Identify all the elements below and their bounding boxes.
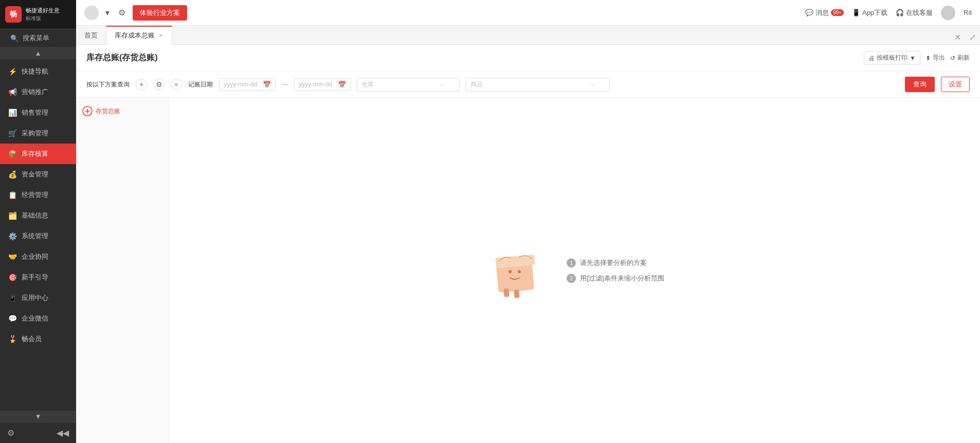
tip-number-1: 1 <box>567 258 576 268</box>
export-icon: ⬆ <box>925 55 931 62</box>
tab-home-label: 首页 <box>84 31 98 39</box>
add-icon: + <box>139 80 143 88</box>
search-label: 搜索菜单 <box>23 33 49 43</box>
calendar-start-icon: 📅 <box>263 81 271 88</box>
tab-home[interactable]: 首页 <box>76 27 106 44</box>
sidebar-item-label: 销售管理 <box>22 108 48 117</box>
empty-state: 1 请先选择要分析的方案 2 用[过滤]条件来缩小分析范围 <box>169 98 980 443</box>
basic-icon: 🗂️ <box>7 210 17 221</box>
panel-close-btn[interactable]: ✕ <box>950 30 965 44</box>
filter-settings-btn[interactable]: ⚙ <box>153 79 165 90</box>
sidebar-item-label: 资金管理 <box>22 170 48 179</box>
settings-action-btn[interactable]: 设置 <box>941 77 970 92</box>
sidebar-item-label: 畅会员 <box>22 334 42 344</box>
user-avatar-right[interactable] <box>941 6 955 20</box>
topbar-settings-btn[interactable]: ⚙ <box>116 6 128 20</box>
print-btn[interactable]: 🖨 按模板打印 ▼ <box>864 51 920 65</box>
collapse-icon: « <box>175 81 178 88</box>
sidebar-item-wechat[interactable]: 💬 企业微信 <box>0 308 76 329</box>
sidebar-item-member[interactable]: 🎖️ 畅会员 <box>0 329 76 349</box>
footer-settings-icon[interactable]: ⚙ <box>7 428 14 438</box>
sidebar-item-label: 营销推广 <box>22 87 48 97</box>
filter-scheme-label: 按以下方案查询 <box>86 80 130 89</box>
empty-svg <box>484 240 546 302</box>
filter-collapse-btn[interactable]: « <box>171 79 182 90</box>
app-sub: 标准版 <box>26 15 60 22</box>
sidebar-item-label: 应用中心 <box>22 293 48 303</box>
messages-btn[interactable]: 💬 消息 99+ <box>805 8 844 17</box>
tab-inventory-ledger[interactable]: 库存成本总账 × <box>106 26 172 45</box>
filter-add-btn[interactable]: + <box>136 79 147 90</box>
tab-close-btn[interactable]: × <box>158 32 164 39</box>
sidebar-item-operation[interactable]: 📋 经营管理 <box>0 185 76 205</box>
sidebar-item-sales[interactable]: 📊 销售管理 <box>0 102 76 123</box>
sidebar-item-basic[interactable]: 🗂️ 基础信息 <box>0 205 76 226</box>
sidebar-item-finance[interactable]: 💰 资金管理 <box>0 164 76 185</box>
industry-btn[interactable]: 体验行业方案 <box>133 5 187 21</box>
messages-badge: 99+ <box>831 9 844 16</box>
topbar: ▼ ⚙ 体验行业方案 💬 消息 99+ 📱 App下载 🎧 在线客服 Rit <box>76 0 980 26</box>
svg-point-6 <box>518 270 521 273</box>
sidebar-item-purchase[interactable]: 🛒 采购管理 <box>0 123 76 144</box>
empty-tip-1: 1 请先选择要分析的方案 <box>567 258 664 268</box>
sidebar-search[interactable]: 🔍 搜索菜单 <box>0 29 76 47</box>
print-label: 按模板打印 <box>877 54 908 62</box>
quick-nav-icon: ⚡ <box>7 66 17 77</box>
sidebar-item-enterprise[interactable]: 🤝 企业协同 <box>0 246 76 267</box>
print-icon: 🖨 <box>868 55 875 62</box>
refresh-icon: ↺ <box>950 55 955 62</box>
user-avatar-top <box>84 6 99 20</box>
app-download-btn[interactable]: 📱 App下载 <box>852 8 887 17</box>
filter-settings-icon: ⚙ <box>156 80 162 88</box>
online-service-btn[interactable]: 🎧 在线客服 <box>896 8 933 17</box>
tab-label: 库存成本总账 <box>115 31 155 40</box>
scroll-up-btn[interactable]: ▲ <box>0 47 76 59</box>
sidebar-item-label: 采购管理 <box>22 129 48 138</box>
scroll-down-btn[interactable]: ▼ <box>0 411 76 422</box>
sidebar-item-label: 经营管理 <box>22 190 48 200</box>
operation-icon: 📋 <box>7 190 17 200</box>
main-table-area: 1 请先选择要分析的方案 2 用[过滤]条件来缩小分析范围 <box>169 98 980 443</box>
product-more-icon: ··· <box>590 81 595 88</box>
tip-text-2: 用[过滤]条件来缩小分析范围 <box>580 274 664 283</box>
sidebar-item-inventory[interactable]: 📦 库存核算 <box>0 144 76 164</box>
sidebar-item-system[interactable]: ⚙️ 系统管理 <box>0 226 76 246</box>
export-label: 导出 <box>933 54 945 62</box>
date-start-input[interactable]: yyyy-mm-dd 📅 <box>219 78 276 91</box>
sidebar-item-app-center[interactable]: 📱 应用中心 <box>0 288 76 308</box>
finance-icon: 💰 <box>7 169 17 180</box>
svg-rect-4 <box>514 289 520 298</box>
sidebar-item-label: 库存核算 <box>22 149 48 158</box>
system-icon: ⚙️ <box>7 231 17 241</box>
marketing-icon: 📢 <box>7 87 17 97</box>
online-service-label: 在线客服 <box>906 8 933 17</box>
sidebar-footer: ⚙ ◀◀ <box>0 422 76 443</box>
footer-audio-icon[interactable]: ◀◀ <box>57 428 69 438</box>
empty-tips: 1 请先选择要分析的方案 2 用[过滤]条件来缩小分析范围 <box>567 258 664 283</box>
panel-expand-btn[interactable]: ⤢ <box>965 30 980 44</box>
sidebar-item-marketing[interactable]: 📢 营销推广 <box>0 82 76 102</box>
date-start-placeholder: yyyy-mm-dd <box>224 81 257 88</box>
sidebar-item-guide[interactable]: 🎯 新手引导 <box>0 267 76 288</box>
messages-label: 消息 <box>815 8 829 17</box>
scheme-sidebar: 存货总账 <box>76 98 169 443</box>
product-select[interactable]: 商品 ··· <box>466 78 610 92</box>
export-btn[interactable]: ⬆ 导出 <box>925 54 945 62</box>
topbar-left: ▼ ⚙ 体验行业方案 <box>84 5 187 21</box>
sales-icon: 📊 <box>7 108 17 118</box>
scheme-item-inventory-ledger[interactable]: 存货总账 <box>76 102 168 120</box>
logo-icon: 畅 <box>5 6 22 23</box>
page-actions: 🖨 按模板打印 ▼ ⬆ 导出 ↺ 刷新 <box>864 51 970 71</box>
search-icon: 🔍 <box>10 34 19 42</box>
query-btn[interactable]: 查询 <box>905 77 935 92</box>
print-dropdown-icon: ▼ <box>910 55 916 62</box>
date-end-placeholder: yyyy-mm-dd <box>299 81 332 88</box>
sidebar: 畅 畅捷通好生意 标准版 🔍 搜索菜单 ▲ ⚡ 快捷导航 📢 营销推广 📊 销售… <box>0 0 76 443</box>
enterprise-icon: 🤝 <box>7 252 17 262</box>
refresh-btn[interactable]: ↺ 刷新 <box>950 54 970 62</box>
warehouse-select[interactable]: 仓库 ··· <box>357 78 460 92</box>
date-end-input[interactable]: yyyy-mm-dd 📅 <box>294 78 351 91</box>
product-placeholder: 商品 <box>470 80 483 89</box>
user-dropdown-btn[interactable]: ▼ <box>104 9 111 17</box>
sidebar-item-quick-nav[interactable]: ⚡ 快捷导航 <box>0 61 76 82</box>
